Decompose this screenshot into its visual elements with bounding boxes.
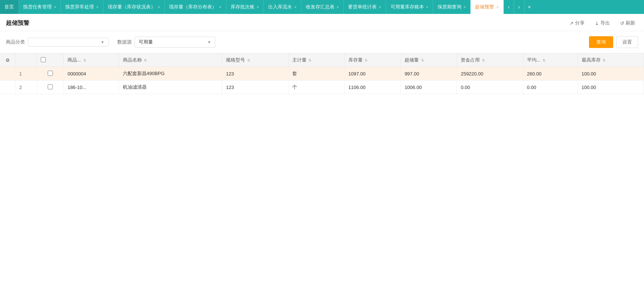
close-icon[interactable]: × [337,5,339,9]
topbar-item-label: 要货单统计表 [348,4,377,10]
refresh-button[interactable]: ↺ 刷新 [617,18,638,28]
close-icon[interactable]: × [496,5,498,9]
sort-icon-avg: ⇅ [542,58,545,62]
export-button[interactable]: ⤓ 导出 [592,18,613,28]
topbar-item-label: 现存量（库存分布表） [169,4,217,10]
topbar-item-可用量库存账本[interactable]: 可用量库存账本× [386,0,433,14]
row-index: 1 [15,67,37,81]
row-index: 2 [15,81,37,94]
topbar-item-要货单统计表[interactable]: 要货单统计表× [344,0,386,14]
col-settings: ⚙ [0,53,15,67]
page-wrap: 超储预警 ↗ 分享 ⤓ 导出 ↺ 刷新 商品分类 ▼ 数据源 [0,14,644,293]
chevron-down-icon: ▼ [100,40,105,44]
sort-icon-spec: ⇅ [247,58,250,62]
close-icon[interactable]: × [158,5,160,9]
share-icon: ↗ [570,21,574,26]
sort-icon-code: ⇅ [83,58,86,62]
sort-icon-stock: ⇅ [365,58,367,62]
col-checkbox [37,53,64,67]
col-avg[interactable]: 平均... ⇅ [523,53,578,67]
query-button[interactable]: 查询 [589,36,613,48]
row-code: 0000004 [64,67,119,81]
nav-close-button[interactable]: × [524,0,534,14]
col-stock[interactable]: 库存量 ⇅ [344,53,400,67]
close-icon[interactable]: × [257,5,259,9]
filter-group-category: 商品分类 ▼ [6,38,109,47]
share-button[interactable]: ↗ 分享 [567,18,588,28]
nav-next-button[interactable]: › [514,0,524,14]
row-checkbox[interactable] [48,71,53,76]
topbar-item-label: 出入库流水 [268,4,292,10]
topbar-item-拣货异常处理[interactable]: 拣货异常处理× [61,0,103,14]
topbar-item-label: 可用量库存账本 [391,4,424,10]
row-stock: 1097.00 [344,67,400,81]
col-overstock[interactable]: 超储量 ⇅ [401,53,457,67]
nav-prev-button[interactable]: ‹ [504,0,514,14]
export-icon: ⤓ [595,21,599,26]
category-select[interactable]: ▼ [28,38,109,47]
col-index [15,53,37,67]
topbar-item-label: 保质期查询 [438,4,461,10]
settings-button[interactable]: 设置 [616,36,638,48]
close-icon[interactable]: × [294,5,296,9]
topbar-item-label: 超储预警 [475,4,494,10]
close-icon[interactable]: × [379,5,381,9]
sort-icon-overstock: ⇅ [421,58,424,62]
row-spec: 123 [222,67,288,81]
col-code[interactable]: 商品... ⇅ [64,53,119,67]
table-row: 1 0000004 六配套新昌490BPG 123 套 1097.00 997.… [0,67,644,81]
col-max-stock[interactable]: 最高库存 ⇅ [578,53,644,67]
datasource-label: 数据源 [117,39,132,45]
col-unit[interactable]: 主计量 ⇅ [288,53,344,67]
page-title: 超储预警 [6,19,29,27]
row-avg: 260.00 [523,67,578,81]
row-max-stock: 100.00 [578,81,644,94]
row-overstock: 997.00 [401,67,457,81]
filter-group-datasource: 数据源 可用量 ▼ [117,37,215,48]
topbar-item-保质期查询[interactable]: 保质期查询× [433,0,471,14]
row-checkbox-cell[interactable] [37,67,64,81]
select-all-checkbox[interactable] [41,57,46,62]
topbar-item-label: 现存量（库存状况表） [108,4,155,10]
datasource-select[interactable]: 可用量 ▼ [135,37,215,48]
topbar-item-现存量（库存分布表）[interactable]: 现存量（库存分布表）× [165,0,226,14]
gear-icon[interactable]: ⚙ [6,58,10,63]
data-table: ⚙ 商品... ⇅ 商品名称 ⇅ 规格型号 ⇅ [0,53,644,94]
table-header-row: ⚙ 商品... ⇅ 商品名称 ⇅ 规格型号 ⇅ [0,53,644,67]
topbar-item-label: 拣货任务管理 [23,4,52,10]
datasource-select-value: 可用量 [139,39,153,45]
topbar-item-超储预警[interactable]: 超储预警× [471,0,503,14]
sort-icon-unit: ⇅ [308,58,311,62]
row-name: 机油滤清器 [119,81,222,94]
filter-area: 商品分类 ▼ 数据源 可用量 ▼ 查询 设置 [0,31,644,53]
row-overstock: 1006.00 [401,81,457,94]
topbar-item-现存量（库存状况表）[interactable]: 现存量（库存状况表）× [103,0,165,14]
header-actions: ↗ 分享 ⤓ 导出 ↺ 刷新 [567,18,638,28]
refresh-icon: ↺ [620,21,624,26]
row-checkbox[interactable] [48,84,53,89]
topbar-item-首页[interactable]: 首页 [0,0,19,14]
topbar-item-label: 首页 [4,4,14,10]
col-capital[interactable]: 资金占用 ⇅ [457,53,523,67]
topbar-item-库存批次账[interactable]: 库存批次账× [226,0,264,14]
sort-icon-name: ⇅ [144,58,147,62]
topbar-item-收发存汇总表[interactable]: 收发存汇总表× [301,0,344,14]
topbar-item-拣货任务管理[interactable]: 拣货任务管理× [19,0,61,14]
chevron-down-icon-2: ▼ [207,40,211,44]
close-icon[interactable]: × [464,5,466,9]
table-wrap: ⚙ 商品... ⇅ 商品名称 ⇅ 规格型号 ⇅ [0,53,644,94]
row-checkbox-cell[interactable] [37,81,64,94]
col-spec[interactable]: 规格型号 ⇅ [222,53,288,67]
close-icon[interactable]: × [96,5,98,9]
row-capital: 0.00 [457,81,523,94]
topbar-item-出入库流水[interactable]: 出入库流水× [264,0,301,14]
topbar: 首页拣货任务管理×拣货异常处理×现存量（库存状况表）×现存量（库存分布表）×库存… [0,0,644,14]
close-icon[interactable]: × [219,5,221,9]
row-code: 186-10... [64,81,119,94]
col-name[interactable]: 商品名称 ⇅ [119,53,222,67]
page-header: 超储预警 ↗ 分享 ⤓ 导出 ↺ 刷新 [0,14,644,31]
close-icon[interactable]: × [426,5,428,9]
sort-icon-capital: ⇅ [482,58,485,62]
row-unit: 个 [288,81,344,94]
close-icon[interactable]: × [54,5,56,9]
